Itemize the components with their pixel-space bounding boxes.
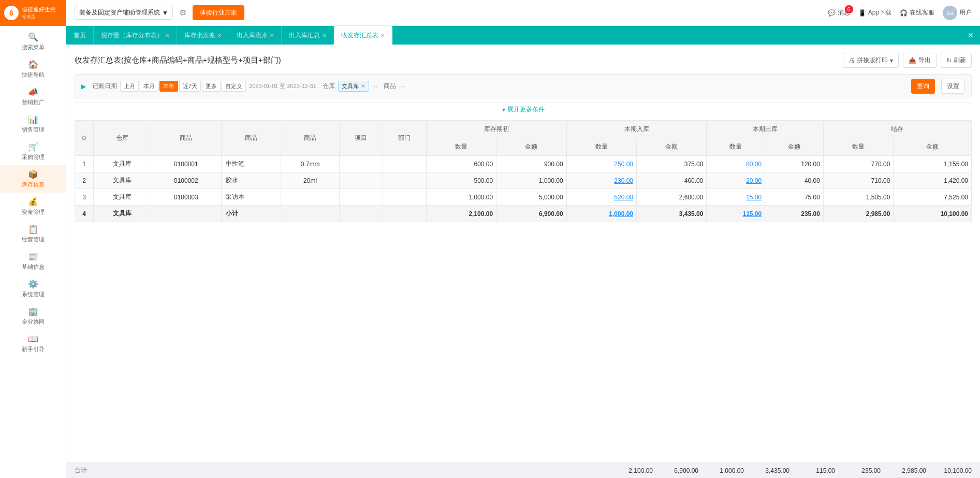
col-header-balance: 结存 [823, 121, 971, 138]
subtotal-in-qty[interactable]: 1,000.00 [566, 206, 636, 222]
total-in-amt: 3,435.00 [748, 467, 789, 474]
cell-code: 0100002 [151, 172, 221, 189]
tabbar: 首页现存量（库存分布表） ✕库存批次账 ✕出入库流水 ✕出入库汇总 ✕收发存汇总… [66, 26, 980, 45]
sidebar-item-base-info[interactable]: 📰基础信息 [0, 248, 66, 275]
app-download-item[interactable]: 📱 App下载 [858, 8, 891, 17]
tab-inout-summary[interactable]: 出入库汇总 ✕ [282, 26, 334, 45]
col-header-out-amt: 金额 [765, 138, 824, 156]
bottom-bar: 合计 2,100.00 6,900.00 1,000.00 3,435.00 1… [66, 462, 980, 478]
date-btn-近7天[interactable]: 近7天 [179, 81, 201, 92]
print-icon: 🖨 [849, 57, 855, 64]
cell-in-amt: 375.00 [637, 156, 707, 172]
tab-close-recv-send-summary[interactable]: ✕ [381, 33, 385, 38]
cell-open-qty: 600.00 [426, 156, 496, 172]
cell-spec: 0.7mm [281, 156, 340, 172]
date-btn-本年[interactable]: 本年 [159, 81, 178, 92]
tab-recv-send-summary[interactable]: 收发存汇总表 ✕ [334, 26, 392, 45]
sidebar-item-operations[interactable]: 📋经营管理 [0, 220, 66, 248]
sidebar-item-sales[interactable]: 📊销售管理 [0, 110, 66, 138]
warehouse-tag-value: 文具库 [342, 82, 359, 90]
date-btn-更多[interactable]: 更多 [202, 81, 221, 92]
col-header-open-amt: 金额 [496, 138, 566, 156]
table-settings-icon[interactable]: ⚙ [81, 135, 87, 142]
sidebar-item-guide[interactable]: 📖新手引导 [0, 330, 66, 357]
tab-label-recv-send-summary: 收发存汇总表 [341, 31, 378, 40]
date-btn-自定义[interactable]: 自定义 [222, 81, 246, 92]
export-button[interactable]: 📤 导出 [903, 53, 937, 68]
sidebar-item-search[interactable]: 🔍搜索菜单 [0, 28, 66, 55]
settings-icon[interactable]: ⚙ [179, 8, 186, 18]
notifications-item[interactable]: 💬 消息 6 [828, 8, 850, 17]
user-item[interactable]: Ea 用户 [943, 6, 972, 20]
refresh-button[interactable]: ↻ 刷新 [941, 53, 972, 68]
tab-close-inventory-dist[interactable]: ✕ [165, 33, 169, 38]
expand-conditions-button[interactable]: ▾ 展开更多条件 [75, 103, 972, 116]
date-btn-本月[interactable]: 本月 [140, 81, 158, 92]
tab-inventory-dist[interactable]: 现存量（库存分布表） ✕ [94, 26, 177, 45]
subtotal-row: 4 文具库 小计 2,100.00 6,900.00 1,000.00 3,43… [75, 206, 972, 222]
warehouse-tag-remove[interactable]: ✕ [361, 83, 365, 90]
sidebar-item-finance[interactable]: 💰资金管理 [0, 193, 66, 220]
sidebar-icon-quick-nav: 🏠 [28, 60, 38, 69]
subtotal-project [339, 206, 383, 222]
tab-close-inout-flow[interactable]: ✕ [270, 33, 274, 38]
tab-home[interactable]: 首页 [66, 26, 94, 45]
export-icon: 📤 [909, 57, 916, 64]
sidebar-label-system: 系统管理 [22, 291, 45, 298]
cell-dept [383, 189, 426, 206]
sidebar-icon-marketing: 📣 [28, 87, 38, 97]
cell-out-qty[interactable]: 20.00 [707, 172, 765, 189]
cell-open-amt: 1,000.00 [496, 172, 566, 189]
tabbar-close-all[interactable]: ✕ [961, 31, 980, 39]
sidebar-item-quick-nav[interactable]: 🏠快捷导航 [0, 55, 66, 83]
total-open-amt: 6,900.00 [657, 467, 698, 474]
cell-bal-qty: 710.00 [823, 172, 893, 189]
cell-open-amt: 900.00 [496, 156, 566, 172]
cell-out-qty[interactable]: 80.00 [707, 156, 765, 172]
warehouse-more[interactable]: ··· [372, 83, 377, 90]
cell-in-qty[interactable]: 230.00 [566, 172, 636, 189]
query-button[interactable]: 查询 [911, 79, 935, 94]
tab-close-inout-summary[interactable]: ✕ [322, 33, 326, 38]
col-header-code: 商品 [151, 121, 221, 156]
sidebar-item-purchase[interactable]: 🛒采购管理 [0, 138, 66, 165]
cell-out-amt: 40.00 [765, 172, 824, 189]
sidebar-label-finance: 资金管理 [22, 208, 45, 216]
col-header-dept: 部门 [383, 121, 426, 156]
cell-out-qty[interactable]: 15.00 [707, 189, 765, 206]
col-header-bal-amt: 金额 [894, 138, 972, 156]
sidebar-item-system[interactable]: ⚙️系统管理 [0, 275, 66, 302]
tab-batch-account[interactable]: 库存批次账 ✕ [177, 26, 229, 45]
dropdown-icon: ▼ [162, 9, 168, 17]
cell-dept [383, 172, 426, 189]
date-filter-label: 记账日期 [92, 82, 117, 91]
filter-bar: ▶ 记账日期 上月本月本年近7天更多自定义 2023-01-01 至 2023-… [75, 74, 972, 98]
subtotal-out-qty[interactable]: 115.00 [707, 206, 765, 222]
goods-more[interactable]: ··· [399, 83, 404, 90]
tab-close-batch-account[interactable]: ✕ [217, 33, 222, 38]
tab-inout-flow[interactable]: 出入库流水 ✕ [229, 26, 282, 45]
sidebar-item-inventory[interactable]: 📦库存核算 [0, 165, 66, 193]
page-actions: 🖨 拼接版打印 ▾ 📤 导出 ↻ 刷新 [843, 53, 972, 68]
cell-open-qty: 500.00 [426, 172, 496, 189]
filter-collapse-button[interactable]: ▶ [81, 83, 86, 90]
settings-filter-button[interactable]: 设置 [941, 79, 965, 94]
experience-button[interactable]: 体验行业方案 [193, 5, 244, 20]
total-open-qty: 2,100.00 [611, 467, 653, 474]
print-button[interactable]: 🖨 拼接版打印 ▾ [843, 53, 899, 68]
cell-num: 3 [75, 189, 94, 206]
main-area: 装备及固定资产辅助管理系统 ▼ ⚙ 体验行业方案 💬 消息 6 📱 App下载 … [66, 0, 980, 478]
cell-in-qty[interactable]: 250.00 [566, 156, 636, 172]
sidebar-item-marketing[interactable]: 📣营销推广 [0, 83, 66, 110]
expand-label: 展开更多条件 [507, 105, 545, 114]
sidebar-item-enterprise[interactable]: 🏢企业协同 [0, 302, 66, 330]
system-selector[interactable]: 装备及固定资产辅助管理系统 ▼ [75, 6, 173, 20]
content-area: 收发存汇总表(按仓库+商品编码+商品+规格型号+项目+部门) 🖨 拼接版打印 ▾… [66, 45, 980, 462]
date-btn-上月[interactable]: 上月 [120, 81, 139, 92]
col-header-opening: 库存期初 [426, 121, 566, 138]
logo-icon: 6 [4, 6, 19, 20]
cell-code: 0100003 [151, 189, 221, 206]
cell-in-qty[interactable]: 520.00 [566, 189, 636, 206]
cell-bal-amt: 1,420.00 [894, 172, 972, 189]
online-service-item[interactable]: 🎧 在线客服 [900, 8, 934, 17]
